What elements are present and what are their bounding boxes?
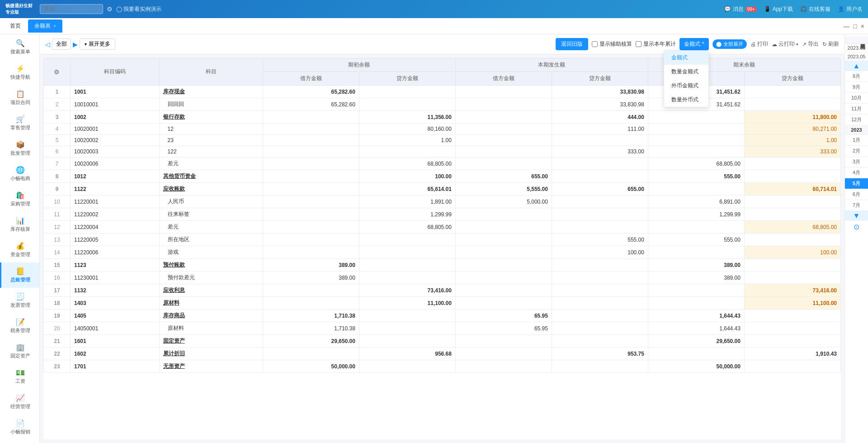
cell-name[interactable]: 银行存款 [159, 111, 263, 124]
sidebar-item-inventory[interactable]: 📊 库存核算 [0, 212, 39, 237]
cloud-print-button[interactable]: ☁ 云打印 ▾ [772, 40, 798, 48]
sidebar-item-quick-nav[interactable]: ⚡ 快捷导航 [0, 60, 39, 85]
cell-name[interactable]: 预付账款 [159, 259, 263, 272]
mode-option-amount[interactable]: 金额式 [664, 51, 708, 65]
sidebar-item-search[interactable]: 🔍 搜索菜单 [0, 34, 39, 60]
cell-name[interactable]: 游戏 [159, 246, 263, 259]
tab-home[interactable]: 首页 [4, 19, 27, 33]
aux-check-input[interactable] [592, 41, 598, 47]
cell-name[interactable]: 23 [159, 135, 263, 146]
tab-balance[interactable]: 余额表 × [28, 19, 62, 33]
cell-code[interactable]: 1122 [70, 183, 159, 195]
cell-name[interactable]: 应收账款 [159, 183, 263, 195]
export-button[interactable]: ↗ 导出 [802, 40, 819, 48]
cell-code[interactable]: 11220001 [70, 195, 159, 208]
return-old-version-button[interactable]: 退回旧版 [556, 38, 588, 50]
table-row[interactable]: 21 1601 固定资产 29,650.00 29,650.00 [44, 335, 841, 348]
sidebar-item-purchase[interactable]: 🛍️ 采购管理 [0, 186, 39, 212]
tab-close-icon[interactable]: × [53, 24, 56, 29]
cell-code[interactable]: 10010001 [70, 98, 159, 111]
table-row[interactable]: 14 11220006 游戏 100.00 100.00 [44, 246, 841, 259]
table-settings-icon[interactable]: ⚙ [54, 68, 60, 76]
table-row[interactable]: 1 1001 库存现金 65,282.60 33,830.98 31,451.6… [44, 86, 841, 98]
table-row[interactable]: 4 10020001 12 80,160.00 111.00 80,271.00 [44, 124, 841, 135]
sidebar-item-project[interactable]: 📋 项目合同 [0, 85, 39, 110]
message-button[interactable]: 💬 消息 99+ [724, 5, 757, 13]
table-row[interactable]: 13 11220005 所在地区 555.00 555.00 [44, 233, 841, 246]
month-item[interactable]: 4月 [845, 167, 868, 178]
cell-code[interactable]: 11220006 [70, 246, 159, 259]
cell-code[interactable]: 1001 [70, 86, 159, 98]
cell-name[interactable]: 其他货币资金 [159, 170, 263, 183]
cell-name[interactable]: 原材料 [159, 297, 263, 310]
cell-name[interactable]: 预付款差元 [159, 272, 263, 284]
cell-name[interactable]: 原材料 [159, 322, 263, 335]
top-search-input[interactable] [40, 4, 103, 14]
cell-code[interactable]: 10020002 [70, 135, 159, 146]
cell-name[interactable]: 所在地区 [159, 233, 263, 246]
cell-name[interactable]: 122 [159, 146, 263, 157]
demo-link[interactable]: ◯ 我要看实例演示 [116, 5, 161, 13]
cell-code[interactable]: 11220005 [70, 233, 159, 246]
month-item[interactable]: 6月 [845, 189, 868, 200]
cell-code[interactable]: 1602 [70, 348, 159, 360]
cell-name[interactable]: 应收利息 [159, 284, 263, 297]
cell-code[interactable]: 10020003 [70, 146, 159, 157]
cell-code[interactable]: 11230001 [70, 272, 159, 284]
cell-name[interactable]: 固定资产 [159, 335, 263, 348]
cell-code[interactable]: 1405 [70, 310, 159, 322]
table-row[interactable]: 10 11220001 人民币 1,891.00 5,000.00 6,891.… [44, 195, 841, 208]
cell-name[interactable]: 无形资产 [159, 360, 263, 373]
period-selector-label[interactable]: 期间选择 [845, 36, 868, 44]
sidebar-item-reports[interactable]: 📄 小畅报销 [0, 414, 39, 440]
month-item[interactable]: 3月 [845, 157, 868, 167]
window-minimize-icon[interactable]: — [843, 23, 849, 30]
cell-name[interactable]: 累计折旧 [159, 348, 263, 360]
table-row[interactable]: 3 1002 银行存款 11,356.00 444.00 11,800.00 [44, 111, 841, 124]
mode-option-qty-foreign[interactable]: 数量外币式 [664, 93, 708, 107]
month-item[interactable]: 2月 [845, 146, 868, 157]
month-item[interactable]: 10月 [845, 93, 868, 104]
sidebar-item-invoice[interactable]: 🧾 发票管理 [0, 288, 39, 313]
sidebar-item-ecommerce[interactable]: 🌐 小畅电商 [0, 161, 39, 186]
cell-code[interactable]: 11220004 [70, 221, 159, 233]
refresh-button[interactable]: ↻ 刷新 [822, 40, 839, 48]
table-row[interactable]: 6 10020003 122 333.00 333.00 [44, 146, 841, 157]
expand-all-toggle[interactable]: ⬤ 全部展开 [712, 39, 747, 49]
cell-code[interactable]: 10020006 [70, 157, 159, 170]
expand-more-button[interactable]: ▾ 展开更多 [80, 38, 115, 50]
sidebar-item-wholesale[interactable]: 📦 批发管理 [0, 136, 39, 161]
table-row[interactable]: 5 10020002 23 1.00 1.00 [44, 135, 841, 146]
cell-code[interactable]: 10020001 [70, 124, 159, 135]
table-row[interactable]: 2 10010001 回回回 65,282.60 33,830.98 31,45… [44, 98, 841, 111]
mode-option-qty-amount[interactable]: 数量金额式 [664, 65, 708, 79]
month-item[interactable]: 1月 [845, 135, 868, 146]
month-item[interactable]: 7月 [845, 200, 868, 211]
sidebar-item-retail[interactable]: 🛒 零售管理 [0, 110, 39, 136]
table-row[interactable]: 22 1602 累计折旧 956.68 953.75 1,910.43 [44, 348, 841, 360]
cell-name[interactable]: 差元 [159, 157, 263, 170]
cell-code[interactable]: 1601 [70, 335, 159, 348]
cell-name[interactable]: 回回回 [159, 98, 263, 111]
sidebar-item-ledger[interactable]: 📒 总账管理 [0, 262, 39, 288]
ytd-check-input[interactable] [636, 41, 642, 47]
sidebar-item-operations[interactable]: 📈 经营管理 [0, 389, 39, 414]
sidebar-item-finance[interactable]: 💰 资金管理 [0, 237, 39, 262]
window-close-icon[interactable]: × [861, 23, 864, 30]
table-row[interactable]: 7 10020006 差元 68,805.00 68,805.00 [44, 157, 841, 170]
cell-name[interactable]: 12 [159, 124, 263, 135]
cell-name[interactable]: 库存商品 [159, 310, 263, 322]
table-row[interactable]: 17 1132 应收利息 73,416.00 73,416.00 [44, 284, 841, 297]
cell-name[interactable]: 人民币 [159, 195, 263, 208]
cell-code[interactable]: 1701 [70, 360, 159, 373]
period-nav-down[interactable]: ▼ [845, 211, 868, 221]
month-item[interactable]: 5月 [845, 178, 868, 189]
month-item[interactable]: 9月 [845, 82, 868, 93]
col-settings[interactable]: ⚙ [44, 58, 71, 86]
table-row[interactable]: 20 14050001 原材料 1,710.38 65.95 1,644.43 [44, 322, 841, 335]
cell-code[interactable]: 1132 [70, 284, 159, 297]
cell-code[interactable]: 1012 [70, 170, 159, 183]
table-row[interactable]: 11 11220002 往来标签 1,299.99 1,299.99 [44, 208, 841, 221]
window-maximize-icon[interactable]: □ [853, 23, 857, 30]
breadcrumb-left-arrow[interactable]: ◁ [45, 41, 50, 48]
